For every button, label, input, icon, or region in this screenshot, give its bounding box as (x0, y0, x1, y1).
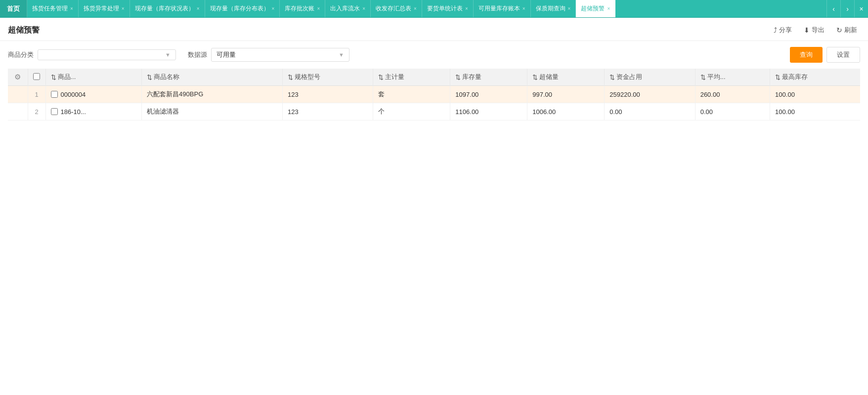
row-name-value: 六配套新昌490BPG (147, 90, 203, 98)
col-capital-icon: ⇅ (609, 74, 615, 81)
nav-tab-tab7[interactable]: 收发存汇总表 × (371, 0, 422, 17)
datasource-filter-group: 数据源 可用量 ▼ (188, 48, 349, 62)
col-header-code: ⇅ 商品... (45, 69, 142, 86)
home-label: 首页 (7, 4, 20, 13)
nav-tab-close-tab11[interactable]: × (607, 6, 610, 11)
datasource-select-value: 可用量 (217, 50, 236, 59)
col-header-max: ⇅ 最高库存 (770, 69, 860, 86)
col-avg-label: 平均... (707, 73, 726, 81)
row-num-cell: 2 (28, 103, 45, 120)
filter-area: 商品分类 ▼ 数据源 可用量 ▼ 查询 设置 (0, 41, 868, 69)
col-stock-label: 库存量 (462, 73, 481, 81)
nav-tab-close-tab6[interactable]: × (362, 6, 365, 11)
row-unit-cell: 个 (373, 103, 450, 120)
export-icon: ⬇ (804, 26, 810, 34)
nav-tab-label-tab10: 保质期查询 (536, 4, 565, 13)
nav-tab-close-tab2[interactable]: × (122, 6, 125, 11)
nav-tab-tab5[interactable]: 库存批次账 × (280, 0, 325, 17)
settings-button[interactable]: 设置 (826, 47, 860, 63)
nav-tab-tab10[interactable]: 保质期查询 × (531, 0, 576, 17)
nav-tab-tab9[interactable]: 可用量库存账本 × (474, 0, 531, 17)
refresh-icon: ↻ (836, 26, 842, 34)
refresh-button[interactable]: ↻ 刷新 (833, 24, 860, 37)
col-spec-label: 规格型号 (295, 73, 320, 81)
row-stock-cell: 1106.00 (450, 103, 527, 120)
nav-tab-tab6[interactable]: 出入库流水 × (325, 0, 371, 17)
nav-tab-label-tab9: 可用量库存账本 (478, 4, 520, 13)
export-button[interactable]: ⬇ 导出 (801, 24, 827, 37)
datasource-filter-label: 数据源 (188, 50, 207, 59)
row-avg-value: 0.00 (700, 108, 713, 116)
col-header-over: ⇅ 超储量 (527, 69, 605, 86)
nav-more-button[interactable]: × (854, 0, 868, 17)
query-button[interactable]: 查询 (790, 47, 823, 63)
nav-arrows: ‹ › × (826, 0, 868, 17)
row-code-cell: 0000004 (45, 86, 142, 103)
table-container: ⚙ ⇅ 商品... ⇅ 商 (0, 69, 868, 120)
nav-tab-close-tab1[interactable]: × (70, 6, 73, 11)
row-spec-value: 123 (288, 108, 299, 116)
nav-tab-tab4[interactable]: 现存量（库存分布表） × (205, 0, 280, 17)
row-capital-value: 0.00 (609, 108, 622, 116)
nav-tab-close-tab9[interactable]: × (522, 6, 525, 11)
nav-home[interactable]: 首页 (0, 0, 27, 17)
row-num-cell: 1 (28, 86, 45, 103)
share-button[interactable]: ⤴ 分享 (771, 24, 795, 37)
nav-tab-label-tab3: 现存量（库存状况表） (135, 4, 194, 13)
table-body: 1 0000004 六配套新昌490BPG 123 套 1097.00 997.… (8, 86, 860, 120)
col-unit-label: 主计量 (385, 73, 404, 81)
nav-tab-close-tab10[interactable]: × (568, 6, 571, 11)
row-unit-value: 个 (378, 108, 385, 115)
filter-actions: 查询 设置 (790, 47, 860, 63)
nav-prev-button[interactable]: ‹ (826, 0, 840, 17)
col-stock-icon: ⇅ (455, 74, 461, 81)
row-stock-cell: 1097.00 (450, 86, 527, 103)
nav-tab-close-tab8[interactable]: × (465, 6, 468, 11)
category-chevron-icon: ▼ (165, 52, 171, 58)
col-unit-icon: ⇅ (378, 74, 384, 81)
row-code-value: 186-10... (61, 108, 86, 116)
nav-tab-close-tab5[interactable]: × (317, 6, 320, 11)
gear-icon[interactable]: ⚙ (14, 73, 21, 81)
table-row: 1 0000004 六配套新昌490BPG 123 套 1097.00 997.… (8, 86, 860, 103)
row-avg-cell: 0.00 (695, 103, 770, 120)
nav-tab-tab2[interactable]: 拣货异常处理 × (79, 0, 130, 17)
col-header-settings: ⚙ (8, 69, 28, 86)
col-code-label: 商品... (58, 73, 76, 81)
page-wrapper: 超储预警 ⤴ 分享 ⬇ 导出 ↻ 刷新 商品分类 ▼ 数据源 (0, 18, 868, 395)
row-capital-value: 259220.00 (609, 91, 640, 98)
col-avg-icon: ⇅ (700, 74, 706, 81)
row-name-value: 机油滤清器 (147, 108, 179, 115)
table-header-row: ⚙ ⇅ 商品... ⇅ 商 (8, 69, 860, 86)
col-header-name: ⇅ 商品名称 (142, 69, 283, 86)
row-name-cell: 六配套新昌490BPG (142, 86, 283, 103)
row-avg-cell: 260.00 (695, 86, 770, 103)
nav-tab-label-tab8: 要货单统计表 (427, 4, 463, 13)
row-max-cell: 100.00 (770, 86, 860, 103)
nav-tab-tab3[interactable]: 现存量（库存状况表） × (130, 0, 205, 17)
nav-tab-label-tab4: 现存量（库存分布表） (210, 4, 269, 13)
select-all-checkbox[interactable] (33, 73, 40, 80)
datasource-select[interactable]: 可用量 ▼ (211, 48, 349, 62)
col-over-label: 超储量 (539, 73, 559, 81)
nav-tab-close-tab7[interactable]: × (414, 6, 417, 11)
row-capital-cell: 259220.00 (605, 86, 695, 103)
main-table: ⚙ ⇅ 商品... ⇅ 商 (8, 69, 860, 120)
nav-tab-tab1[interactable]: 拣货任务管理 × (27, 0, 79, 17)
nav-tab-tab11[interactable]: 超储预警 × (576, 0, 615, 17)
row-code-cell: 186-10... (45, 103, 142, 120)
share-icon: ⤴ (774, 26, 777, 34)
datasource-chevron-icon: ▼ (339, 52, 344, 58)
nav-tab-tab8[interactable]: 要货单统计表 × (422, 0, 474, 17)
nav-tab-close-tab4[interactable]: × (272, 6, 275, 11)
nav-next-button[interactable]: › (840, 0, 854, 17)
row-spec-cell: 123 (283, 103, 373, 120)
row-checkbox[interactable] (51, 108, 58, 115)
col-header-stock: ⇅ 库存量 (450, 69, 527, 86)
nav-tab-close-tab3[interactable]: × (197, 6, 200, 11)
category-select[interactable]: ▼ (38, 49, 176, 60)
col-capital-label: 资金占用 (616, 73, 642, 81)
col-spec-icon: ⇅ (288, 74, 293, 81)
row-stock-value: 1106.00 (455, 108, 478, 116)
row-checkbox[interactable] (51, 91, 58, 98)
